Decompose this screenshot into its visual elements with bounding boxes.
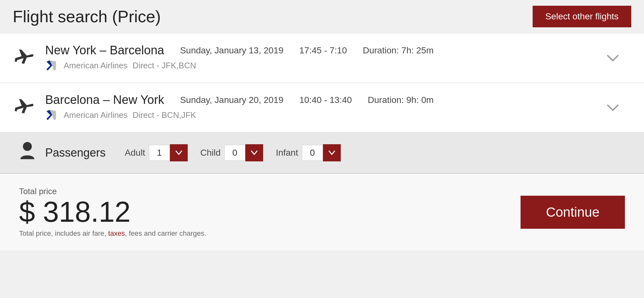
price-left: Total price $ 318.12 Total price, includ… (19, 186, 206, 238)
return-date: Sunday, January 20, 2019 (180, 95, 284, 105)
svg-point-6 (23, 142, 32, 151)
american-airlines-logo-return (45, 109, 59, 121)
adult-count: 1 (149, 145, 170, 161)
return-route: Barcelona – New York (45, 93, 164, 107)
outbound-flight-left: New York – Barcelona Sunday, January 13,… (13, 44, 434, 72)
return-route-code: Direct - BCN,JFK (133, 110, 196, 120)
child-label: Child (200, 148, 221, 158)
return-airline-row: American Airlines Direct - BCN,JFK (45, 109, 434, 121)
outbound-route: New York – Barcelona (45, 44, 164, 57)
price-note-after: , fees and carrier charges. (125, 229, 206, 237)
return-times: 10:40 - 13:40 (299, 95, 352, 105)
infant-passenger-group: Infant 0 (276, 144, 341, 161)
outbound-flight-details: New York – Barcelona Sunday, January 13,… (45, 44, 434, 71)
plane-icon-return (13, 94, 36, 122)
return-flight-card: Barcelona – New York Sunday, January 20,… (0, 83, 644, 132)
infant-dropdown-button[interactable] (323, 144, 341, 161)
outbound-duration: Duration: 7h: 25m (363, 45, 434, 56)
passengers-label: Passengers (45, 146, 106, 159)
return-flight-details: Barcelona – New York Sunday, January 20,… (45, 93, 434, 121)
outbound-route-code: Direct - JFK,BCN (133, 61, 196, 71)
outbound-date: Sunday, January 13, 2019 (180, 45, 284, 56)
adult-dropdown-button[interactable] (170, 144, 188, 161)
flights-section: New York – Barcelona Sunday, January 13,… (0, 33, 644, 132)
infant-count: 0 (302, 145, 323, 161)
adult-label: Adult (125, 148, 145, 158)
outbound-times: 17:45 - 7:10 (299, 45, 347, 56)
price-note: Total price, includes air fare, taxes, f… (19, 229, 206, 238)
return-duration: Duration: 9h: 0m (368, 95, 434, 105)
outbound-route-row: New York – Barcelona Sunday, January 13,… (45, 44, 434, 57)
child-dropdown-button[interactable] (245, 144, 263, 161)
total-price: $ 318.12 (19, 198, 206, 226)
outbound-expand-button[interactable] (601, 48, 625, 68)
return-route-row: Barcelona – New York Sunday, January 20,… (45, 93, 434, 107)
passengers-section: Passengers Adult 1 Child 0 Infant 0 (0, 132, 644, 174)
adult-passenger-group: Adult 1 (125, 144, 187, 161)
outbound-airline-name: American Airlines (64, 61, 128, 71)
outbound-airline-row: American Airlines Direct - JFK,BCN (45, 60, 434, 71)
plane-icon (13, 45, 36, 72)
outbound-flight-card: New York – Barcelona Sunday, January 13,… (0, 33, 644, 83)
page-title: Flight search (Price) (13, 7, 161, 26)
child-count: 0 (224, 145, 245, 161)
return-airline-name: American Airlines (64, 110, 128, 120)
price-section: Total price $ 318.12 Total price, includ… (0, 174, 644, 250)
american-airlines-logo-outbound (45, 60, 59, 71)
total-label: Total price (19, 186, 206, 196)
passengers-icon (19, 141, 36, 164)
page-header: Flight search (Price) Select other fligh… (0, 0, 644, 33)
infant-label: Infant (276, 148, 298, 158)
taxes-link[interactable]: taxes (108, 229, 125, 237)
child-passenger-group: Child 0 (200, 144, 263, 161)
return-expand-button[interactable] (601, 98, 625, 118)
return-flight-left: Barcelona – New York Sunday, January 20,… (13, 93, 434, 122)
select-other-flights-button[interactable]: Select other flights (533, 6, 631, 27)
continue-button[interactable]: Continue (521, 196, 625, 229)
price-note-before: Total price, includes air fare, (19, 229, 108, 237)
